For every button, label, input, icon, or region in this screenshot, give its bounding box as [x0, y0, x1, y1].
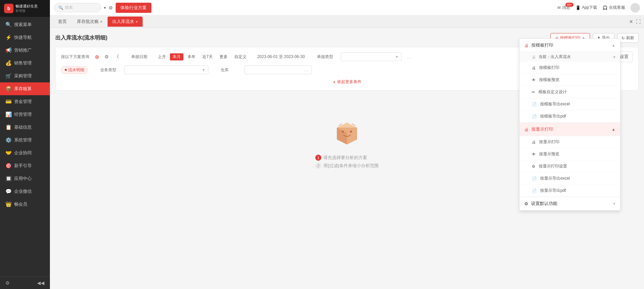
dropdown-current-chevron: ▾	[613, 55, 615, 59]
search-icon-topbar: 🔍	[58, 5, 63, 10]
collapse-sidebar-btn[interactable]: ◀◀	[37, 280, 45, 286]
tab-batch[interactable]: 库存批次账 ×	[72, 17, 107, 27]
dropdown-template-export-pdf[interactable]: 📄 按模板导出pdf	[520, 110, 620, 123]
dropdown-header-left: 🖨 按模板打印	[524, 42, 553, 48]
sidebar-footer: ⚙ ◀◀	[0, 277, 50, 289]
dropdown-default-settings[interactable]: ⚙ 设置默认功能 ▾	[520, 197, 620, 210]
filter-collapse-btn[interactable]: 《	[114, 54, 119, 60]
date-tabs: 上月 本月 本年 近7天 更多 自定义	[155, 53, 249, 60]
purchase-icon: 🛒	[5, 73, 11, 79]
headset-icon: 🎧	[603, 5, 608, 10]
page-title: 出入库流水(流水明细)	[55, 34, 108, 42]
settings-footer-btn[interactable]: ⚙	[5, 280, 10, 286]
sidebar-item-wechat[interactable]: 💬 企业微信	[0, 185, 50, 198]
app-download-icon: 📱	[576, 5, 581, 10]
sidebar-item-finance[interactable]: 💳 资金管理	[0, 95, 50, 108]
business-type-select[interactable]: ▾	[124, 65, 208, 74]
dropdown-current-label: 🖨 当前：出入库流水 ▾	[520, 52, 620, 62]
sidebar-item-sales[interactable]: 💰 销售管理	[0, 57, 50, 70]
sidebar-item-appstore[interactable]: 🔲 应用中心	[0, 172, 50, 185]
appstore-icon: 🔲	[5, 176, 11, 182]
basic-icon: 📋	[5, 124, 11, 130]
dropdown-default-label: 设置默认功能	[531, 201, 557, 207]
sidebar-item-search[interactable]: 🔍 搜索菜单	[0, 18, 50, 31]
brand-sub: 标准版	[16, 8, 38, 13]
operations-icon: 📊	[5, 111, 11, 117]
sidebar-item-cooperation[interactable]: 🤝 企业协同	[0, 147, 50, 159]
marketing-icon: 📢	[5, 47, 11, 53]
filter-add-btn[interactable]: ⊕	[95, 54, 99, 60]
dropdown-template-custom[interactable]: ✏ 模板自定义设计	[520, 86, 620, 98]
date-tab-last7[interactable]: 近7天	[200, 53, 215, 60]
filter-tag: 流水明细	[61, 66, 88, 74]
topbar-gear-btn[interactable]: ⚙	[109, 5, 113, 10]
sidebar-item-purchase[interactable]: 🛒 采购管理	[0, 70, 50, 82]
system-icon: ⚙️	[5, 137, 11, 143]
sidebar-item-member[interactable]: 👑 畅会员	[0, 198, 50, 211]
bill-type-more-btn[interactable]: …	[407, 54, 411, 59]
sidebar-item-system[interactable]: ⚙️ 系统管理	[0, 134, 50, 147]
warehouse-select[interactable]: …	[244, 65, 312, 74]
topbar-search[interactable]: 🔍 搜索	[54, 3, 101, 12]
date-tab-current-year[interactable]: 本年	[185, 53, 198, 60]
sidebar-label-search: 搜索菜单	[14, 22, 32, 28]
maximize-panel-btn[interactable]: ⛶	[636, 19, 641, 24]
dropdown-display-export-excel[interactable]: 📄 按显示导出excel	[520, 173, 620, 185]
dropdown-template-preview[interactable]: 👁 按模板预览	[520, 74, 620, 86]
user-avatar-btn[interactable]	[631, 3, 640, 12]
wechat-icon: 💬	[5, 188, 11, 194]
sidebar-label-member: 畅会员	[14, 201, 27, 207]
empty-step-2: 2 用[过滤]条件来缩小分析范围	[315, 163, 378, 169]
tab-home[interactable]: 首页	[53, 17, 71, 27]
dropdown-current-text: 当前：出入库流水	[538, 54, 613, 60]
sidebar-item-operations[interactable]: 📊 经营管理	[0, 108, 50, 121]
online-service-btn[interactable]: 🎧 在线客服	[603, 5, 625, 10]
dropdown-display-sub: 🖨 按显示打印 👁 按显示预览 ⚙ 按显示打印设置 📄 按显示导出excel 📄	[520, 136, 620, 197]
empty-steps-list: 1 请先选择要分析的方案 2 用[过滤]条件来缩小分析范围	[315, 155, 378, 171]
sidebar-label-finance: 资金管理	[14, 99, 32, 105]
topbar-dropdown-btn[interactable]: ▾	[104, 5, 106, 10]
empty-illustration	[330, 114, 364, 148]
dropdown-display-preview[interactable]: 👁 按显示预览	[520, 148, 620, 160]
sidebar-label-shortcut: 快捷导航	[14, 34, 32, 41]
sidebar-item-inventory[interactable]: 📦 库存核算	[0, 82, 50, 95]
display-print-settings-label: 按显示打印设置	[539, 163, 567, 169]
dropdown-header-display[interactable]: 🖨 按显示打印 ▲	[520, 123, 620, 136]
sidebar-item-basic[interactable]: 📋 基础信息	[0, 121, 50, 134]
dropdown-display-export-pdf[interactable]: 📄 按显示导出pdf	[520, 185, 620, 197]
dropdown-display-print[interactable]: 🖨 按显示打印	[520, 136, 620, 148]
sidebar-label-inventory: 库存核算	[14, 86, 32, 92]
date-tab-more[interactable]: 更多	[217, 53, 230, 60]
tab-flow-close[interactable]: ×	[136, 20, 138, 24]
dropdown-display-print-settings[interactable]: ⚙ 按显示打印设置	[520, 160, 620, 173]
finance-icon: 💳	[5, 99, 11, 105]
date-tab-custom[interactable]: 自定义	[232, 53, 249, 60]
svg-point-4	[342, 131, 344, 133]
trial-btn[interactable]: 体验行业方案	[116, 3, 151, 13]
tab-batch-close[interactable]: ×	[100, 20, 102, 24]
message-badge: 99+	[565, 3, 573, 7]
dropdown-template-print[interactable]: 🖨 按模板打印	[520, 62, 620, 74]
date-tab-current-month[interactable]: 本月	[170, 53, 183, 60]
message-btn[interactable]: ✉ 消息 99+	[557, 5, 570, 10]
tab-flow[interactable]: 出入库流水 ×	[108, 17, 142, 27]
dropdown-default-left: ⚙ 设置默认功能	[524, 201, 557, 207]
dropdown-template-export-excel[interactable]: 📄 按模板导出excel	[520, 98, 620, 110]
logo-icon: b	[4, 4, 13, 13]
filter-settings-scheme-btn[interactable]: ⚙	[105, 54, 109, 59]
sidebar-label-sales: 销售管理	[14, 60, 32, 66]
sidebar-item-shortcut[interactable]: ⚡ 快捷导航	[0, 31, 50, 44]
dropdown-display-label: 按显示打印	[531, 126, 553, 132]
sidebar-item-guide[interactable]: 🎯 新手引导	[0, 159, 50, 172]
sidebar-label-appstore: 应用中心	[14, 176, 32, 182]
sidebar-item-marketing[interactable]: 📢 营销推广	[0, 44, 50, 57]
bill-type-select[interactable]: ▾	[341, 52, 402, 61]
close-panel-btn[interactable]: ✕	[629, 19, 633, 24]
online-service-label: 在线客服	[609, 5, 625, 10]
date-tab-last-month[interactable]: 上月	[155, 53, 169, 60]
tab-flow-label: 出入库流水	[112, 19, 134, 25]
app-download-btn[interactable]: 📱 App下载	[576, 5, 597, 10]
dropdown-header-template[interactable]: 🖨 按模板打印 ▲	[520, 39, 620, 52]
business-type-arrow-icon: ▾	[203, 68, 205, 72]
sidebar-label-basic: 基础信息	[14, 124, 32, 130]
